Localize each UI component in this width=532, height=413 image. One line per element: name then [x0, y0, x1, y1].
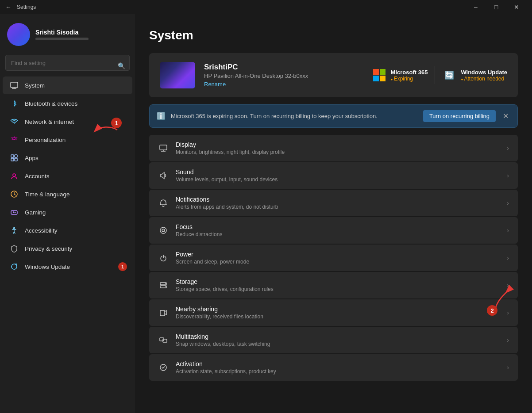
setting-item-notifications[interactable]: Notifications Alerts from apps and syste…: [149, 190, 518, 216]
storage-text: Storage Storage space, drives, configura…: [176, 278, 500, 292]
display-icon: [158, 143, 169, 153]
setting-item-multitasking[interactable]: Multitasking Snap windows, desktops, tas…: [149, 327, 518, 353]
focus-icon: [158, 225, 169, 236]
maximize-button[interactable]: □: [486, 0, 506, 14]
gaming-icon: [10, 208, 19, 217]
storage-chevron-icon: ›: [507, 282, 509, 289]
sidebar-item-privacy[interactable]: Privacy & security: [3, 240, 132, 257]
notifications-icon: [158, 198, 169, 208]
windows-update-title: Windows Update: [461, 69, 507, 76]
svg-rect-4: [15, 155, 17, 157]
multitasking-text: Multitasking Snap windows, desktops, tas…: [176, 333, 500, 347]
app-title: Settings: [17, 4, 36, 10]
sidebar-item-bluetooth[interactable]: Bluetooth & devices: [3, 95, 132, 112]
sidebar-item-gaming[interactable]: Gaming: [3, 203, 132, 221]
svg-rect-5: [11, 158, 14, 161]
notifications-title: Notifications: [176, 196, 500, 203]
sidebar-item-system[interactable]: System: [3, 76, 132, 94]
ms365-card[interactable]: Microsoft 365 Expiring: [372, 68, 428, 82]
power-title: Power: [176, 251, 500, 258]
banner-close-button[interactable]: ✕: [501, 111, 510, 121]
titlebar-controls: – □ ✕: [466, 0, 527, 14]
svg-rect-6: [15, 158, 17, 161]
sidebar-item-label-system: System: [25, 82, 45, 89]
minimize-button[interactable]: –: [466, 0, 486, 14]
focus-chevron-icon: ›: [507, 227, 509, 234]
svg-point-7: [13, 174, 15, 176]
ms365-status: Expiring: [391, 76, 428, 82]
sidebar-item-label-accessibility: Accessibility: [25, 227, 58, 234]
user-profile[interactable]: Srishti Sisodia: [0, 14, 135, 53]
nav-badge-windows_update: 1: [118, 262, 127, 271]
sidebar-item-personalization[interactable]: Personalization: [3, 131, 132, 149]
setting-item-focus[interactable]: Focus Reduce distractions ›: [149, 217, 518, 244]
ms365-logo-icon: [372, 68, 386, 82]
ms365-title: Microsoft 365: [391, 69, 428, 76]
user-name: Srishti Sisodia: [35, 29, 89, 36]
display-desc: Monitors, brightness, night light, displ…: [176, 149, 500, 155]
svg-rect-0: [11, 82, 18, 88]
system-icon: [10, 81, 19, 90]
windows-update-info: Windows Update Attention needed: [461, 69, 507, 82]
sidebar-item-network[interactable]: Network & internet: [3, 113, 132, 130]
sidebar-item-label-gaming: Gaming: [25, 209, 46, 216]
pc-name: SrishtiPC: [204, 63, 363, 72]
svg-rect-16: [380, 69, 386, 75]
sidebar-item-windows_update[interactable]: Windows Update 1: [3, 258, 132, 275]
pc-thumbnail: [160, 62, 195, 88]
multitasking-desc: Snap windows, desktops, task switching: [176, 341, 500, 347]
svg-point-12: [15, 212, 16, 213]
search-input[interactable]: [5, 55, 130, 71]
nearby_sharing-chevron-icon: ›: [507, 309, 509, 316]
notifications-desc: Alerts from apps and system, do not dist…: [176, 204, 500, 210]
svg-rect-19: [160, 145, 167, 150]
apps-icon: [10, 153, 19, 162]
user-status-bar: [35, 38, 89, 40]
sidebar-item-accessibility[interactable]: Accessibility: [3, 222, 132, 239]
svg-rect-3: [11, 155, 14, 157]
multitasking-icon: [158, 335, 169, 345]
svg-point-13: [14, 228, 15, 229]
sidebar-item-label-personalization: Personalization: [25, 137, 66, 143]
banner-text: Microsoft 365 is expiring soon. Turn on …: [171, 113, 418, 119]
sidebar-item-label-apps: Apps: [25, 155, 39, 161]
setting-item-nearby_sharing[interactable]: Nearby sharing Discoverability, received…: [149, 299, 518, 326]
setting-item-activation[interactable]: Activation Activation state, subscriptio…: [149, 354, 518, 381]
sidebar-item-accounts[interactable]: Accounts: [3, 167, 132, 185]
power-chevron-icon: ›: [507, 254, 509, 261]
user-info: Srishti Sisodia: [35, 29, 89, 40]
titlebar-left: ← Settings: [5, 4, 36, 11]
page-title: System: [149, 28, 518, 42]
content: System SrishtiPC HP Pavilion All-in-One …: [135, 14, 532, 413]
windows-update-card[interactable]: 🔄 Windows Update Attention needed: [442, 68, 507, 82]
ms365-info: Microsoft 365 Expiring: [391, 69, 428, 82]
nearby_sharing-text: Nearby sharing Discoverability, received…: [176, 306, 500, 320]
power-text: Power Screen and sleep, power mode: [176, 251, 500, 265]
recurring-billing-button[interactable]: Turn on recurring billing: [423, 110, 496, 122]
notifications-chevron-icon: ›: [507, 199, 509, 206]
setting-item-display[interactable]: Display Monitors, brightness, night ligh…: [149, 135, 518, 161]
sound-text: Sound Volume levels, output, input, soun…: [176, 168, 500, 183]
sidebar-item-label-windows_update: Windows Update: [25, 264, 70, 270]
focus-text: Focus Reduce distractions: [176, 223, 500, 237]
storage-icon: [158, 280, 169, 291]
sidebar-item-time[interactable]: Time & language: [3, 185, 132, 203]
setting-item-power[interactable]: Power Screen and sleep, power mode ›: [149, 245, 518, 271]
sound-icon: [158, 170, 169, 181]
notifications-text: Notifications Alerts from apps and syste…: [176, 196, 500, 210]
close-button[interactable]: ✕: [506, 0, 527, 14]
setting-item-storage[interactable]: Storage Storage space, drives, configura…: [149, 272, 518, 298]
titlebar: ← Settings – □ ✕: [0, 0, 532, 14]
sound-chevron-icon: ›: [507, 172, 509, 179]
sidebar-item-label-time: Time & language: [25, 191, 70, 198]
setting-item-sound[interactable]: Sound Volume levels, output, input, soun…: [149, 162, 518, 189]
sidebar: Srishti Sisodia 🔍 System Bluetooth & dev…: [0, 14, 135, 413]
back-icon[interactable]: ←: [5, 4, 12, 11]
windows-update-status: Attention needed: [461, 76, 507, 82]
sidebar-item-apps[interactable]: Apps: [3, 149, 132, 167]
focus-title: Focus: [176, 223, 500, 230]
svg-point-22: [160, 227, 166, 233]
pc-rename-link[interactable]: Rename: [204, 81, 226, 88]
svg-rect-28: [160, 310, 165, 316]
privacy-icon: [10, 244, 19, 253]
